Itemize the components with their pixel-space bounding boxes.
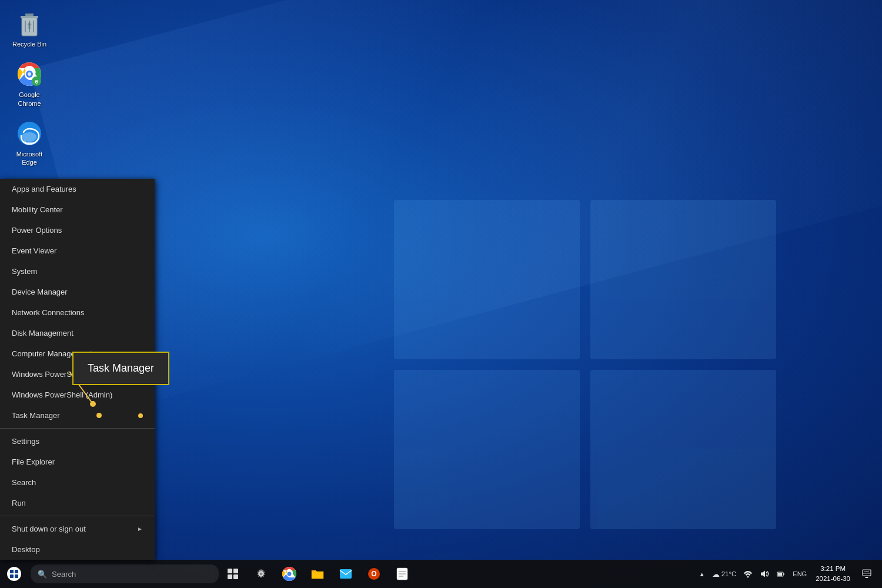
weather-icon: ☁ (712, 570, 720, 579)
notification-button[interactable] (856, 560, 877, 588)
search-placeholder: Search (52, 570, 76, 579)
task-manager-dot (96, 413, 102, 418)
search-icon: 🔍 (38, 570, 47, 579)
menu-item-mobility-center[interactable]: Mobility Center (0, 199, 155, 220)
google-chrome-label: Google Chrome (9, 91, 49, 108)
taskbar: 🔍 Search (0, 560, 882, 588)
tray-network[interactable] (740, 560, 756, 588)
system-tray: ▲ ☁ 21°C (696, 560, 882, 588)
menu-item-file-explorer[interactable]: File Explorer (0, 452, 155, 472)
menu-item-system[interactable]: System (0, 261, 155, 282)
weather-temp: 21°C (721, 570, 737, 577)
taskbar-file-explorer-button[interactable] (303, 560, 332, 588)
menu-item-shut-down[interactable]: Shut down or sign out ► (0, 519, 155, 539)
desktop-icons: Recycle Bin e (6, 6, 53, 170)
menu-item-device-manager[interactable]: Device Manager (0, 282, 155, 302)
tray-weather[interactable]: ☁ 21°C (709, 560, 740, 588)
google-chrome-icon[interactable]: e Google Chrome (6, 56, 53, 111)
clock-time: 3:21 PM (820, 564, 846, 574)
google-chrome-image: e (15, 60, 44, 88)
chevron-right-icon: ► (137, 526, 143, 532)
tray-volume[interactable] (757, 560, 772, 588)
taskbar-settings-button[interactable] (247, 560, 275, 588)
clock-date: 2021-06-30 (816, 574, 850, 584)
svg-rect-15 (228, 569, 232, 573)
menu-item-network-connections[interactable]: Network Connections (0, 302, 155, 323)
recycle-bin-image (15, 9, 44, 38)
menu-item-event-viewer[interactable]: Event Viewer (0, 240, 155, 261)
start-circle (7, 567, 21, 581)
menu-divider-2 (0, 516, 155, 516)
svg-point-22 (288, 572, 292, 576)
tray-overflow-button[interactable]: ▲ (696, 560, 708, 588)
desktop: Recycle Bin e (0, 0, 882, 588)
menu-divider-1 (0, 428, 155, 429)
menu-item-power-options[interactable]: Power Options (0, 220, 155, 240)
svg-point-14 (90, 401, 96, 407)
svg-rect-35 (863, 570, 871, 576)
svg-rect-24 (340, 569, 352, 579)
task-manager-tooltip: Task Manager (72, 352, 169, 385)
svg-rect-18 (233, 574, 238, 579)
power-icon (776, 569, 786, 579)
menu-item-disk-management[interactable]: Disk Management (0, 323, 155, 343)
windows-logo-decoration (394, 200, 776, 529)
svg-rect-1 (21, 16, 38, 18)
clock[interactable]: 3:21 PM 2021-06-30 (811, 560, 855, 588)
svg-rect-2 (25, 14, 34, 16)
windows-logo-icon (10, 570, 18, 578)
microsoft-edge-image (15, 119, 44, 148)
microsoft-edge-label: Microsoft Edge (9, 150, 49, 167)
task-view-button[interactable] (219, 560, 247, 588)
network-icon (743, 569, 753, 579)
menu-item-desktop[interactable]: Desktop (0, 539, 155, 560)
menu-item-search[interactable]: Search (0, 472, 155, 493)
recycle-bin-icon[interactable]: Recycle Bin (6, 6, 53, 52)
language-label: ENG (793, 570, 807, 577)
svg-text:e: e (35, 78, 38, 85)
menu-item-apps-features[interactable]: Apps and Features (0, 179, 155, 199)
svg-point-9 (28, 72, 31, 76)
svg-rect-17 (228, 574, 232, 579)
start-button[interactable] (0, 560, 28, 588)
tray-language[interactable]: ENG (790, 560, 810, 588)
notification-icon (862, 569, 871, 579)
search-bar[interactable]: 🔍 Search (31, 564, 219, 583)
taskbar-chrome-button[interactable] (275, 560, 303, 588)
speaker-icon (760, 569, 769, 579)
tray-power[interactable] (773, 560, 789, 588)
menu-item-run[interactable]: Run (0, 493, 155, 513)
svg-rect-33 (778, 573, 782, 576)
caret-up-icon: ▲ (699, 571, 705, 577)
svg-rect-23 (312, 572, 323, 579)
menu-item-settings[interactable]: Settings (0, 431, 155, 452)
svg-rect-16 (233, 569, 238, 573)
microsoft-edge-icon[interactable]: Microsoft Edge (6, 116, 53, 171)
taskbar-mail-button[interactable] (332, 560, 360, 588)
svg-text:O: O (371, 570, 376, 578)
taskbar-office-button[interactable]: O (360, 560, 388, 588)
taskbar-notes-button[interactable] (388, 560, 416, 588)
svg-point-31 (747, 576, 749, 578)
svg-rect-34 (783, 573, 784, 575)
recycle-bin-label: Recycle Bin (12, 40, 46, 48)
